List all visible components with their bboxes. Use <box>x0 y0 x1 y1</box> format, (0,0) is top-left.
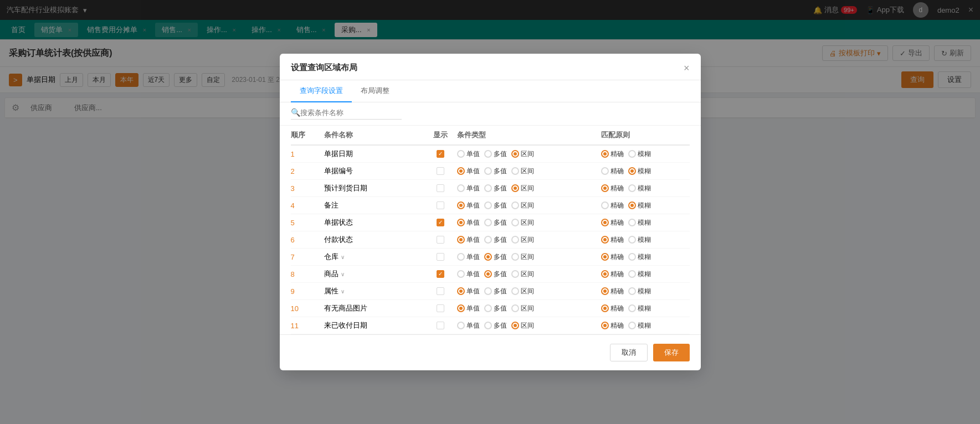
settings-dialog: 设置查询区域布局 × 查询字段设置 布局调整 🔍 顺序 条件名称 显示 <box>280 54 701 123</box>
modal-overlay: 设置查询区域布局 × 查询字段设置 布局调整 🔍 顺序 条件名称 显示 <box>0 0 980 123</box>
search-input[interactable] <box>300 108 389 117</box>
tab-layout-adjust[interactable]: 布局调整 <box>352 80 398 102</box>
dialog-close-button[interactable]: × <box>684 63 690 73</box>
condition-search-bar: 🔍 <box>280 102 701 123</box>
tab-field-settings[interactable]: 查询字段设置 <box>291 80 352 102</box>
search-input-wrap: 🔍 <box>291 108 402 120</box>
dialog-tabs: 查询字段设置 布局调整 <box>280 80 701 102</box>
dialog-header: 设置查询区域布局 × <box>280 54 701 80</box>
dialog-title: 设置查询区域布局 <box>291 63 357 73</box>
search-icon: 🔍 <box>291 108 300 117</box>
